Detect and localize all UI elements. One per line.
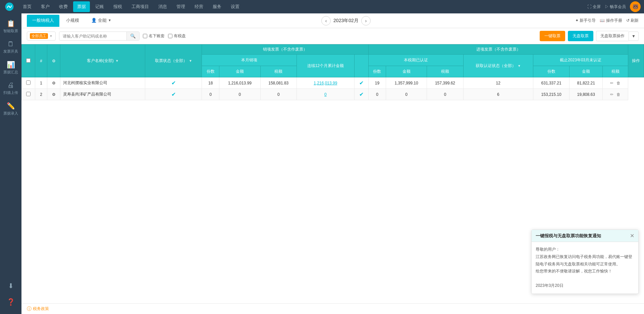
user-avatar[interactable]: 🐻 [630, 1, 641, 12]
th-uncert-copies: 份数 [533, 66, 569, 77]
table-body: 1 ⚙ 河北柯摆核实业有限公司 ✔ 18 1,216,013.99 158,08… [22, 77, 644, 100]
row-checkbox[interactable] [22, 77, 35, 89]
row-settings[interactable]: ⚙ [47, 89, 60, 100]
fullscreen-btn[interactable]: ⛶ 全屏 [587, 4, 600, 10]
row-customer-name: 灵寿县尚泽矿产品有限公司 [60, 89, 145, 100]
tax-policy-icon: ⓘ [27, 306, 32, 312]
row-sales-copies: 18 [202, 77, 219, 89]
smart-ticket-icon: 📋 [7, 19, 15, 27]
sidebar-item-scan-upload[interactable]: 🖨 扫描上传 [1, 79, 20, 98]
th-sales-amount: 金额 [219, 66, 260, 77]
th-num: # [35, 45, 47, 77]
sidebar-bottom: ⬇ ❓ [4, 279, 17, 314]
app-logo [3, 1, 15, 13]
sidebar-item-smart-ticket[interactable]: 📋 智能取票 [1, 17, 20, 36]
search-button[interactable]: 🔍 [126, 32, 139, 40]
nav-right-actions: ⛶ 全屏 ▷ 畅享会员 🐻 [587, 1, 641, 12]
row-uncert-amount: 631,337.21 [533, 77, 569, 89]
row-purch-copies: 0 [368, 89, 386, 100]
bottom-bar: ⓘ 税务政策 [21, 303, 644, 314]
nav-message[interactable]: 消息 [154, 1, 171, 12]
notification-content: 尊敬的用户： 江苏政务网已恢复访问电子税务局功能，易代账一键登陆电子税务局与无盘… [536, 246, 634, 290]
employee-select[interactable]: 全部员工 ▼ [27, 32, 56, 41]
row-ticket-status: ✔ [145, 77, 202, 89]
diskless-operations-btn[interactable]: 无盘取票操作 [596, 31, 629, 41]
nav-tax[interactable]: 报税 [109, 1, 126, 12]
delete-icon[interactable]: 🗑 [616, 81, 621, 85]
tab-general-taxpayer[interactable]: 一般纳税人 [27, 15, 59, 27]
notification-close-btn[interactable]: ✕ [630, 233, 634, 239]
sidebar-item-invoice-summary[interactable]: 📊 票据汇总 [1, 58, 20, 77]
search-wrap: 🔍 [59, 32, 140, 41]
row-num: 2 [35, 89, 47, 100]
table-row: 2 ⚙ 灵寿县尚泽矿产品有限公司 ✔ 0 0 0 0 ✔ 0 0 0 6 153… [22, 89, 644, 100]
nav-settings[interactable]: 设置 [227, 1, 244, 12]
filter-accounts-label[interactable]: 名下账套 [143, 33, 165, 39]
th-consecutive12: 连续12个月累计金额 [297, 55, 354, 77]
filter-disk-checkbox[interactable] [168, 34, 172, 38]
nav-billing[interactable]: 收费 [55, 1, 72, 12]
row-checkbox[interactable] [22, 89, 35, 100]
th-ticket-status: 取票状态（全部） ▼ [145, 45, 202, 77]
sidebar-item-invoice-entry[interactable]: ✏️ 票据录入 [1, 99, 20, 119]
manual-btn[interactable]: 📖 操作手册 [600, 18, 622, 23]
filter-disk-label[interactable]: 有税盘 [168, 33, 186, 39]
table-header-row1: # ⚙ 客户名称(全部) ▼ 取票状态（全部） ▼ 销项发票（不含作废票） 进项… [22, 45, 644, 55]
cert-status-icon: ✔ [359, 80, 364, 86]
quick-ticket-btn[interactable]: 一键取票 [540, 31, 565, 41]
invoice-entry-icon: ✏️ [7, 102, 15, 110]
new-guide-btn[interactable]: ✦ 新手引导 [575, 18, 596, 23]
th-until-uncertified: 截止2023年03月未认证 [533, 55, 628, 66]
filter-accounts-checkbox[interactable] [143, 34, 147, 38]
scan-upload-icon: 🖨 [7, 81, 14, 89]
sidebar-item-label: 票据汇总 [3, 70, 18, 75]
diskless-ticket-btn[interactable]: 无盘取票 [568, 31, 593, 41]
nav-home[interactable]: 首页 [19, 1, 36, 12]
th-purch-copies: 份数 [368, 66, 386, 77]
edit-icon[interactable]: ✏ [610, 92, 613, 97]
nav-customer[interactable]: 客户 [37, 1, 54, 12]
nav-business[interactable]: 工商项目 [127, 1, 153, 12]
nav-invoice[interactable]: 票据 [73, 1, 90, 12]
notification-title: 一键报税与无盘取票功能恢复通知 [536, 233, 601, 239]
row-sales-tax: 158,081.83 [260, 77, 297, 89]
cert-status-icon: ✔ [359, 91, 364, 97]
invoice-table: # ⚙ 客户名称(全部) ▼ 取票状态（全部） ▼ 销项发票（不含作废票） 进项… [21, 44, 644, 100]
nav-manage[interactable]: 管理 [172, 1, 189, 12]
member-btn[interactable]: ▷ 畅享会员 [605, 4, 626, 10]
row-purch-amount: 0 [386, 89, 427, 100]
th-consecutive12-spacer [354, 55, 368, 77]
tab-bar: 一般纳税人 小规模 👤 全能 ▼ ‹ 2023年02月 › ✦ 新手引导 📖 操… [21, 13, 644, 28]
diskless-operations-dropdown-btn[interactable]: ▼ [629, 32, 639, 41]
svg-point-1 [9, 6, 10, 8]
nav-operations[interactable]: 经营 [191, 1, 207, 12]
sidebar-download-icon[interactable]: ⬇ [4, 279, 17, 293]
delete-icon[interactable]: 🗑 [616, 92, 621, 97]
nav-service[interactable]: 服务 [209, 1, 225, 12]
row-purch-tax: 0 [427, 89, 463, 100]
th-uncert-amount: 金额 [570, 66, 603, 77]
row-consecutive12[interactable]: 0 [297, 89, 354, 100]
row-consecutive12[interactable]: 1,216,013.99 [297, 77, 354, 89]
tab-small-scale[interactable]: 小规模 [61, 15, 85, 27]
row-settings[interactable]: ⚙ [47, 77, 60, 89]
select-all-checkbox[interactable] [26, 58, 31, 63]
top-navigation: 首页 客户 收费 票据 记账 报税 工商项目 消息 管理 经营 服务 设置 ⛶ … [0, 0, 644, 13]
row-uncert-tax: 81,822.21 [570, 77, 603, 89]
search-input[interactable] [59, 32, 126, 40]
prev-month-btn[interactable]: ‹ [321, 16, 331, 25]
tab-all-dropdown-icon: ▼ [108, 18, 111, 22]
th-sales-tax: 税额 [260, 66, 297, 77]
tab-all[interactable]: 👤 全能 ▼ [86, 15, 117, 27]
row-uncert-tax: 19,808.63 [570, 89, 603, 100]
refresh-btn[interactable]: ↺ 刷新 [626, 18, 639, 23]
sidebar-help-icon[interactable]: ❓ [4, 295, 17, 309]
toolbar-right: 一键取票 无盘取票 无盘取票操作 ▼ [540, 31, 639, 41]
next-month-btn[interactable]: › [361, 16, 371, 25]
row-operations: ✏ 🗑 [603, 77, 628, 89]
tax-policy-link[interactable]: ⓘ 税务政策 [27, 306, 49, 312]
notification-header: 一键报税与无盘取票功能恢复通知 ✕ [532, 230, 638, 242]
edit-icon[interactable]: ✏ [610, 81, 613, 85]
sidebar-item-invoice-open[interactable]: 🗒 发票开具 [1, 38, 20, 57]
nav-bookkeeping[interactable]: 记账 [91, 1, 108, 12]
